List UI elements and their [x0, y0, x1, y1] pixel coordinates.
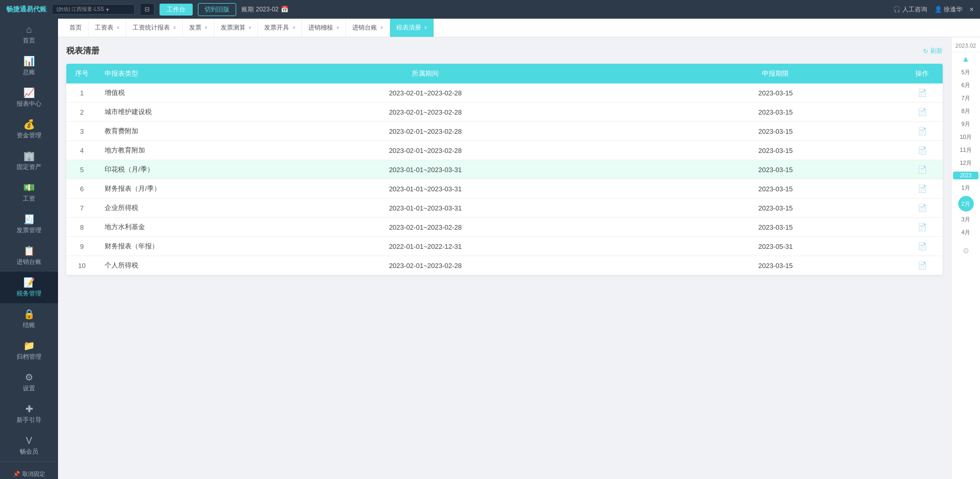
- view-icon[interactable]: 📄: [918, 261, 927, 270]
- tab-close-icon[interactable]: ×: [424, 25, 427, 31]
- sidebar-item-settings[interactable]: ⚙ 设置: [0, 367, 58, 398]
- cell-deadline: 2023-03-15: [650, 199, 901, 218]
- timeline-month-3[interactable]: 3月: [952, 213, 980, 226]
- timeline-month-7[interactable]: 7月: [952, 92, 980, 105]
- timeline-month-4[interactable]: 4月: [952, 226, 980, 239]
- tab-purchase-review[interactable]: 进销稽核 ×: [302, 19, 346, 37]
- timeline-month-6[interactable]: 6月: [952, 79, 980, 92]
- cell-no: 3: [66, 122, 97, 141]
- ledger-icon: 📊: [23, 57, 35, 66]
- cell-period: 2023-02-01~2023-02-28: [201, 103, 650, 122]
- tab-purchase-ledger[interactable]: 进销台账 ×: [346, 19, 390, 37]
- cell-deadline: 2023-03-15: [650, 160, 901, 179]
- user-avatar-icon: 👤: [934, 6, 942, 13]
- tab-close-icon[interactable]: ×: [249, 25, 252, 31]
- tab-tax-clearance[interactable]: 税表清册 ×: [390, 19, 434, 37]
- sidebar-item-salary[interactable]: 💵 工资: [0, 177, 58, 208]
- cell-deadline: 2023-03-15: [650, 179, 901, 199]
- sidebar-item-fixed-asset[interactable]: 🏢 固定资产: [0, 145, 58, 177]
- top-bar: 畅捷通易代账 (勿动) 江西报童-LSS ▾ ⊟ 工作台 切到旧版 账期 202…: [0, 0, 980, 19]
- pin-button[interactable]: 📌 取消固定: [0, 467, 58, 479]
- timeline-month-8[interactable]: 8月: [952, 105, 980, 118]
- sidebar-item-ledger[interactable]: 📊 总账: [0, 50, 58, 82]
- col-header-type: 申报表类型: [97, 64, 201, 83]
- cell-period: 2022-01-01~2022-12-31: [201, 237, 650, 256]
- col-header-action: 操作: [901, 64, 943, 83]
- timeline-up-button[interactable]: ▲: [962, 52, 970, 66]
- sidebar: ⌂ 首页 📊 总账 📈 报表中心 💰 资金管理 🏢 固定资产 💵 工资 🧾 发票…: [0, 19, 58, 479]
- sidebar-item-purchase-sales[interactable]: 📋 进销台账: [0, 240, 58, 272]
- sidebar-item-report[interactable]: 📈 报表中心: [0, 82, 58, 114]
- vip-icon: V: [26, 436, 32, 445]
- tab-salary-stats[interactable]: 工资统计报表 ×: [126, 19, 183, 37]
- tab-salary-table[interactable]: 工资表 ×: [89, 19, 126, 37]
- tab-close-icon[interactable]: ×: [292, 25, 295, 31]
- table-row: 5印花税（月/季）2023-01-01~2023-03-312023-03-15…: [66, 160, 943, 179]
- cell-no: 2: [66, 103, 97, 122]
- timeline-month-1[interactable]: 1月: [952, 181, 980, 194]
- tab-invoice-calc[interactable]: 发票测算 ×: [214, 19, 258, 37]
- view-icon[interactable]: 📄: [918, 242, 927, 250]
- sidebar-item-archive[interactable]: 📁 归档管理: [0, 335, 58, 367]
- sidebar-item-vip[interactable]: V 畅会员: [0, 430, 58, 461]
- sidebar-item-invoice[interactable]: 🧾 发票管理: [0, 208, 58, 240]
- tab-close-icon[interactable]: ×: [117, 25, 120, 31]
- sidebar-label-purchase-sales: 进销台账: [17, 258, 41, 266]
- tab-close-icon[interactable]: ×: [336, 25, 339, 31]
- content-area: 首页 工资表 × 工资统计报表 × 发票 × 发票测算 × 发票开具 ×: [58, 19, 980, 479]
- calendar-icon[interactable]: 📅: [281, 6, 289, 13]
- cell-type: 地方水利基金: [97, 218, 201, 237]
- company-selector[interactable]: (勿动) 江西报童-LSS ▾: [52, 4, 135, 15]
- timeline-month-11[interactable]: 11月: [952, 144, 980, 157]
- view-icon[interactable]: 📄: [918, 89, 927, 97]
- view-icon[interactable]: 📄: [918, 223, 927, 231]
- table-row: 7企业所得税2023-01-01~2023-03-312023-03-15📄: [66, 199, 943, 218]
- tab-home[interactable]: 首页: [63, 19, 89, 37]
- timeline-month-5[interactable]: 5月: [952, 66, 980, 79]
- cell-type: 教育费附加: [97, 122, 201, 141]
- view-icon[interactable]: 📄: [918, 204, 927, 212]
- view-icon[interactable]: 📄: [918, 127, 927, 135]
- copy-icon[interactable]: ⊟: [140, 3, 154, 16]
- guide-icon: ✚: [25, 404, 33, 414]
- close-icon[interactable]: ×: [970, 5, 974, 13]
- timeline-month-12[interactable]: 12月: [952, 157, 980, 170]
- tab-salary-stats-label: 工资统计报表: [133, 23, 170, 32]
- cell-no: 10: [66, 256, 97, 275]
- sidebar-item-tax[interactable]: 📝 税务管理: [0, 272, 58, 303]
- cell-action: 📄: [901, 199, 943, 218]
- tax-table: 序号 申报表类型 所属期间 申报期限 操作 1增值税2023-02-01~202…: [66, 64, 943, 275]
- timeline-collapse-button[interactable]: ⊙: [963, 244, 969, 257]
- cell-deadline: 2023-03-15: [650, 141, 901, 160]
- view-icon[interactable]: 📄: [918, 165, 927, 174]
- sidebar-label-archive: 归档管理: [17, 353, 41, 361]
- table-row: 9财务报表（年报）2022-01-01~2022-12-312023-05-31…: [66, 237, 943, 256]
- tab-invoice[interactable]: 发票 ×: [183, 19, 214, 37]
- close-period-icon: 🔒: [23, 309, 35, 319]
- cell-no: 1: [66, 83, 97, 103]
- timeline-month-10[interactable]: 10月: [952, 131, 980, 144]
- cell-no: 7: [66, 199, 97, 218]
- switch-old-button[interactable]: 切到旧版: [198, 3, 236, 16]
- sidebar-item-close[interactable]: 🔒 结账: [0, 303, 58, 335]
- sidebar-item-guide[interactable]: ✚ 新手引导: [0, 398, 58, 430]
- table-row: 6财务报表（月/季）2023-01-01~2023-03-312023-03-1…: [66, 179, 943, 199]
- sidebar-item-home[interactable]: ⌂ 首页: [0, 19, 58, 50]
- view-icon[interactable]: 📄: [918, 185, 927, 193]
- sidebar-label-report: 报表中心: [17, 100, 41, 108]
- tab-close-icon[interactable]: ×: [205, 25, 208, 31]
- timeline-month-2-active[interactable]: 2月: [958, 196, 974, 212]
- ai-service-link[interactable]: 🎧 人工咨询: [893, 5, 927, 14]
- view-icon[interactable]: 📄: [918, 146, 927, 154]
- tab-close-icon[interactable]: ×: [380, 25, 383, 31]
- timeline-month-9[interactable]: 9月: [952, 118, 980, 131]
- view-icon[interactable]: 📄: [918, 108, 927, 116]
- user-profile-link[interactable]: 👤 徐逢华: [934, 5, 962, 14]
- sidebar-item-fund[interactable]: 💰 资金管理: [0, 114, 58, 145]
- tab-close-icon[interactable]: ×: [173, 25, 176, 31]
- tab-invoice-open[interactable]: 发票开具 ×: [258, 19, 302, 37]
- cell-no: 4: [66, 141, 97, 160]
- refresh-button[interactable]: ↻ 刷新: [923, 47, 943, 55]
- timeline-header: 2023.02: [952, 40, 980, 52]
- workbench-button[interactable]: 工作台: [160, 4, 193, 16]
